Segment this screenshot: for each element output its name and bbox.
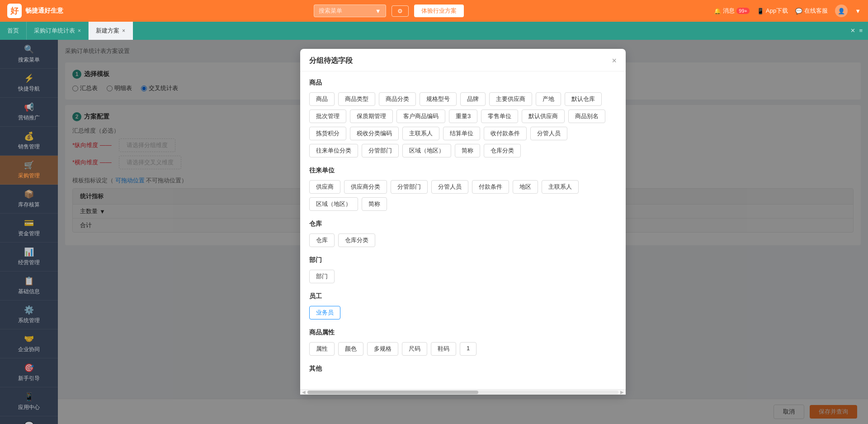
tab-purchase-stat-close[interactable]: × — [78, 28, 81, 34]
tab-bar-right[interactable]: ✕ ≡ — [850, 27, 868, 34]
section-more: 其他 — [309, 365, 617, 373]
sidebar-item-basic-info[interactable]: 📋 基础信息 — [0, 272, 58, 300]
sidebar-item-quick-nav[interactable]: ⚡ 快捷导航 — [0, 69, 58, 98]
tag-product-15[interactable]: 拣货积分 — [309, 127, 346, 140]
sidebar-item-operations[interactable]: 📊 经营管理 — [0, 243, 58, 272]
tab-new-plan[interactable]: 新建方案 × — [89, 22, 133, 40]
sidebar-item-purchase[interactable]: 🛒 采购管理 — [0, 156, 58, 185]
tag-product-17[interactable]: 主联系人 — [402, 127, 439, 140]
tag-partner-3[interactable]: 分管人员 — [431, 180, 468, 194]
tag-partner-6[interactable]: 主联系人 — [542, 180, 579, 194]
section-more-title: 其他 — [309, 365, 617, 373]
tab-purchase-stat[interactable]: 采购订单统计表 × — [27, 22, 89, 40]
app-download-item[interactable]: 📱 App下载 — [757, 7, 788, 15]
section-partner-tags: 供应商 供应商分类 分管部门 分管人员 付款条件 地区 主联系人 区域（地区） … — [309, 180, 617, 211]
tag-product-21[interactable]: 往来单位分类 — [309, 144, 358, 157]
tag-product-8[interactable]: 批次管理 — [309, 110, 346, 123]
header-center: 搜索菜单 ▼ ⚙ 体验行业方案 — [314, 5, 464, 17]
tab-close-all-icon: ✕ — [850, 27, 855, 34]
tag-product-19[interactable]: 收付款条件 — [484, 127, 527, 140]
tag-partner-2[interactable]: 分管部门 — [391, 180, 428, 194]
tag-product-13[interactable]: 默认供应商 — [522, 110, 565, 123]
tag-attr-0[interactable]: 属性 — [309, 342, 335, 356]
message-label: 消息 — [723, 7, 735, 15]
tag-partner-1[interactable]: 供应商分类 — [344, 180, 387, 194]
tag-product-12[interactable]: 零售单位 — [481, 110, 518, 123]
scroll-right-arrow[interactable]: ▶ — [620, 390, 624, 395]
sidebar-item-wechat[interactable]: 💬 企业微信 — [0, 416, 58, 424]
user-avatar[interactable]: 👤 — [835, 5, 848, 17]
sidebar-item-marketing[interactable]: 📢 营销推广 — [0, 98, 58, 127]
tag-product-6[interactable]: 产地 — [536, 92, 561, 106]
tag-product-3[interactable]: 规格型号 — [420, 92, 457, 106]
scroll-left-arrow[interactable]: ◀ — [302, 390, 306, 395]
tag-warehouse-1[interactable]: 仓库分类 — [338, 233, 375, 247]
tab-new-plan-close[interactable]: × — [122, 28, 125, 34]
message-item[interactable]: 🔔 消息 99+ — [714, 7, 750, 15]
section-product-attr-tags: 属性 颜色 多规格 尺码 鞋码 1 — [309, 342, 617, 356]
online-service-item[interactable]: 💬 在线客服 — [795, 7, 828, 15]
settings-btn[interactable]: ⚙ — [392, 5, 409, 17]
header-search-area[interactable]: 搜索菜单 ▼ — [314, 5, 386, 17]
tag-product-4[interactable]: 品牌 — [460, 92, 486, 106]
tag-attr-3[interactable]: 尺码 — [402, 342, 427, 356]
tag-product-22[interactable]: 分管部门 — [362, 144, 399, 157]
sidebar-item-search[interactable]: 🔍 搜索菜单 — [0, 40, 58, 69]
scroll-thumb[interactable] — [307, 391, 478, 394]
tag-attr-1[interactable]: 颜色 — [338, 342, 363, 356]
tag-product-9[interactable]: 保质期管理 — [350, 110, 393, 123]
tag-partner-7[interactable]: 区域（地区） — [309, 197, 358, 211]
sidebar-item-system[interactable]: ⚙️ 系统管理 — [0, 300, 58, 329]
basic-info-icon: 📋 — [24, 276, 34, 286]
tag-product-14[interactable]: 商品别名 — [568, 110, 605, 123]
sidebar-item-sales[interactable]: 💰 销售管理 — [0, 127, 58, 156]
tag-attr-5[interactable]: 1 — [460, 342, 476, 356]
cooperation-icon: 🤝 — [24, 334, 34, 344]
tag-partner-5[interactable]: 地区 — [513, 180, 538, 194]
tag-partner-4[interactable]: 付款条件 — [472, 180, 509, 194]
section-partner-title: 往来单位 — [309, 167, 617, 175]
dialog-close-btn[interactable]: × — [612, 56, 617, 66]
sidebar-item-guide[interactable]: 🎯 新手引导 — [0, 358, 58, 387]
sidebar-item-search-label: 搜索菜单 — [18, 56, 40, 64]
tag-attr-2[interactable]: 多规格 — [367, 342, 398, 356]
tag-partner-0[interactable]: 供应商 — [309, 180, 340, 194]
tag-employee-0[interactable]: 业务员 — [309, 306, 340, 319]
experience-btn[interactable]: 体验行业方案 — [414, 5, 464, 17]
modal-overlay: 分组待选字段 × 商品 商品 商品类型 商品分类 规格型号 品牌 主要供应商 产… — [58, 40, 868, 424]
download-icon: 📱 — [757, 8, 764, 14]
sidebar-item-app-center[interactable]: 📱 应用中心 — [0, 387, 58, 416]
tag-product-25[interactable]: 仓库分类 — [484, 144, 521, 157]
tag-product-7[interactable]: 默认仓库 — [565, 92, 602, 106]
tag-product-11[interactable]: 重量3 — [449, 110, 477, 123]
marketing-icon: 📢 — [24, 102, 34, 112]
app-name: 畅捷通好生意 — [25, 7, 63, 15]
tag-product-23[interactable]: 区域（地区） — [402, 144, 451, 157]
tag-product-0[interactable]: 商品 — [309, 92, 335, 106]
tag-product-18[interactable]: 结算单位 — [443, 127, 480, 140]
tab-home[interactable]: 首页 — [0, 22, 27, 40]
tag-product-1[interactable]: 商品类型 — [338, 92, 375, 106]
sidebar-item-app-center-label: 应用中心 — [18, 404, 40, 411]
sidebar-item-finance[interactable]: 💳 资金管理 — [0, 214, 58, 243]
tag-product-24[interactable]: 简称 — [455, 144, 480, 157]
tag-product-5[interactable]: 主要供应商 — [489, 92, 532, 106]
operations-icon: 📊 — [24, 247, 34, 257]
tag-warehouse-0[interactable]: 仓库 — [309, 233, 335, 247]
section-product-title: 商品 — [309, 79, 617, 87]
sidebar-item-cooperation[interactable]: 🤝 企业协同 — [0, 329, 58, 358]
tag-department-0[interactable]: 部门 — [309, 270, 335, 283]
tag-product-10[interactable]: 客户商品编码 — [396, 110, 445, 123]
tag-attr-4[interactable]: 鞋码 — [431, 342, 456, 356]
section-product-tags: 商品 商品类型 商品分类 规格型号 品牌 主要供应商 产地 默认仓库 批次管理 … — [309, 92, 617, 157]
tag-product-20[interactable]: 分管人员 — [530, 127, 567, 140]
sidebar-item-inventory[interactable]: 📦 库存核算 — [0, 185, 58, 214]
tag-product-2[interactable]: 商品分类 — [379, 92, 416, 106]
sidebar-item-cooperation-label: 企业协同 — [18, 346, 40, 353]
header-right: 🔔 消息 99+ 📱 App下载 💬 在线客服 👤 ▼ — [714, 5, 861, 17]
search-icon: 🔍 — [24, 44, 34, 54]
purchase-icon: 🛒 — [24, 160, 34, 170]
tag-product-16[interactable]: 税收分类编码 — [350, 127, 399, 140]
tab-home-label: 首页 — [7, 27, 19, 35]
tag-partner-8[interactable]: 简称 — [362, 197, 387, 211]
